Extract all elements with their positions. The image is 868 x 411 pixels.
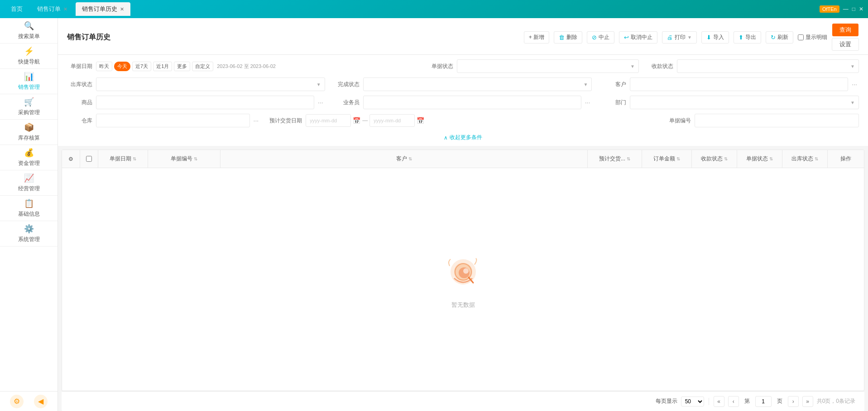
empty-state: 暂无数据 xyxy=(62,168,864,391)
query-button[interactable]: 查询 xyxy=(832,24,858,36)
page-first-btn[interactable]: « xyxy=(714,396,724,407)
delete-button[interactable]: 🗑 删除 xyxy=(554,31,582,44)
th-number[interactable]: 单据编号 ⇅ xyxy=(148,150,221,168)
bill-status-select[interactable]: ▼ xyxy=(457,59,639,73)
select-all-checkbox[interactable] xyxy=(86,156,92,162)
sidebar-item-business-label: 经营管理 xyxy=(18,185,40,193)
page-prev-btn[interactable]: ‹ xyxy=(728,396,739,407)
th-bill-status[interactable]: 单据状态 ⇅ xyxy=(737,150,782,168)
department-label: 部门 xyxy=(601,99,626,106)
close-window-btn[interactable]: ✕ xyxy=(859,6,863,12)
ship-status-arrow-icon: ▼ xyxy=(317,82,321,87)
page-last-btn[interactable]: » xyxy=(802,396,813,407)
th-pay-status[interactable]: 收款状态 ⇅ xyxy=(692,150,737,168)
purchase-icon: 🛒 xyxy=(24,97,34,107)
show-detail-toggle[interactable]: 显示明细 xyxy=(798,34,827,41)
page-label: 页 xyxy=(777,397,782,405)
customer-dots[interactable]: ··· xyxy=(850,81,859,88)
tab-sales-order[interactable]: 销售订单 ✕ xyxy=(31,2,74,16)
sort-amount-icon: ⇅ xyxy=(676,156,680,161)
sidebar-item-sales[interactable]: 📊 销售管理 xyxy=(0,69,58,94)
th-customer[interactable]: 客户 ⇅ xyxy=(221,150,588,168)
expected-date-from[interactable]: yyyy-mm-dd xyxy=(306,114,351,127)
maximize-btn[interactable]: □ xyxy=(852,6,855,12)
main-layout: 🔍 搜索菜单 ⚡ 快捷导航 📊 销售管理 🛒 采购管理 📦 库存核算 💰 资金管… xyxy=(0,18,868,411)
department-select[interactable]: ▼ xyxy=(630,96,859,109)
page-next-btn[interactable]: › xyxy=(788,396,799,407)
print-arrow-icon: ▼ xyxy=(687,35,692,40)
date-btn-1month[interactable]: 近1月 xyxy=(153,62,172,71)
date-btn-7days[interactable]: 近7天 xyxy=(132,62,151,71)
sort-number-icon: ⇅ xyxy=(194,156,197,161)
print-button[interactable]: 🖨 打印 ▼ xyxy=(662,31,697,44)
cancel-stop-button[interactable]: ↩ 取消中止 xyxy=(619,31,657,44)
th-date-label: 单据日期 xyxy=(110,155,131,163)
th-pay-status-label: 收款状态 xyxy=(701,155,723,163)
sidebar-item-system[interactable]: ⚙️ 系统管理 xyxy=(0,221,58,247)
import-button-label: 导入 xyxy=(713,34,724,41)
th-ship-status[interactable]: 出库状态 ⇅ xyxy=(782,150,828,168)
tab-home[interactable]: 首页 xyxy=(5,2,29,16)
th-checkbox[interactable] xyxy=(80,150,98,168)
import-button[interactable]: ⬇ 导入 xyxy=(701,31,729,44)
complete-status-select[interactable]: ▼ xyxy=(363,77,592,91)
th-settings[interactable]: ⚙ xyxy=(62,150,80,168)
sidebar-item-finance[interactable]: 💰 资金管理 xyxy=(0,145,58,170)
th-date[interactable]: 单据日期 ⇅ xyxy=(98,150,148,168)
stop-button-label: 中止 xyxy=(599,34,609,41)
bill-status-arrow-icon: ▼ xyxy=(630,64,635,69)
expected-date-to[interactable]: yyyy-mm-dd xyxy=(369,114,415,127)
show-detail-checkbox-input[interactable] xyxy=(798,34,804,40)
sidebar-item-inventory-label: 库存核算 xyxy=(18,134,40,142)
th-amount[interactable]: 订单金额 ⇅ xyxy=(642,150,692,168)
cal-to-icon[interactable]: 📅 xyxy=(417,117,424,124)
export-button[interactable]: ⬆ 导出 xyxy=(734,31,761,44)
date-btn-today[interactable]: 今天 xyxy=(114,62,130,71)
filter-date: 单据日期 昨天 今天 近7天 近1月 更多 自定义 2023-06-02 至 2… xyxy=(67,62,419,71)
page-size-select[interactable]: 20 50 100 xyxy=(681,396,704,406)
ship-status-select[interactable]: ▼ xyxy=(96,77,325,91)
salesperson-dots[interactable]: ··· xyxy=(583,99,592,106)
tab-sales-order-history[interactable]: 销售订单历史 ✕ xyxy=(76,2,130,16)
sidebar-item-quicknav[interactable]: ⚡ 快捷导航 xyxy=(0,44,58,69)
bill-number-label: 单据编号 xyxy=(666,117,691,125)
tab-sales-order-history-close[interactable]: ✕ xyxy=(120,6,124,12)
expected-date-label: 预计交货日期 xyxy=(269,117,302,125)
new-button[interactable]: + 新增 xyxy=(524,31,549,44)
cancel-stop-icon: ↩ xyxy=(624,34,629,41)
refresh-button[interactable]: ↻ 刷新 xyxy=(766,31,793,44)
date-quick-btns: 昨天 今天 近7天 近1月 更多 自定义 xyxy=(96,62,213,71)
sidebar-settings-btn[interactable]: ⚙ xyxy=(10,395,24,408)
sidebar-collapse-btn[interactable]: ◀ xyxy=(34,395,48,408)
prev-icon: ‹ xyxy=(733,398,734,405)
sidebar-item-business[interactable]: 📈 经营管理 xyxy=(0,170,58,196)
minimize-btn[interactable]: — xyxy=(843,6,849,12)
cal-from-icon[interactable]: 📅 xyxy=(353,117,360,124)
sidebar-item-inventory[interactable]: 📦 库存核算 xyxy=(0,120,58,145)
th-delivery-label: 预计交货... xyxy=(599,155,625,163)
setting-button[interactable]: 设置 xyxy=(832,38,859,51)
date-btn-custom[interactable]: 自定义 xyxy=(192,62,213,71)
show-detail-label: 显示明细 xyxy=(806,34,827,41)
collapse-row[interactable]: ∧ 收起更多条件 xyxy=(67,132,859,143)
sidebar-item-sales-label: 销售管理 xyxy=(18,83,40,91)
product-dots[interactable]: ··· xyxy=(316,99,325,106)
sidebar-item-purchase[interactable]: 🛒 采购管理 xyxy=(0,94,58,120)
collapse-label: 收起更多条件 xyxy=(450,134,482,141)
warehouse-control: ··· xyxy=(96,114,260,127)
tab-sales-order-close[interactable]: ✕ xyxy=(63,6,67,12)
stop-button[interactable]: ⊘ 中止 xyxy=(587,31,614,44)
th-action: 操作 xyxy=(828,150,864,168)
page-number-input[interactable] xyxy=(755,396,772,407)
date-btn-more[interactable]: 更多 xyxy=(174,62,190,71)
sort-delivery-icon: ⇅ xyxy=(627,156,630,161)
filter-department: 部门 ▼ xyxy=(601,96,859,109)
sidebar-item-search[interactable]: 🔍 搜索菜单 xyxy=(0,18,58,44)
warehouse-dots[interactable]: ··· xyxy=(252,117,261,124)
date-btn-yesterday[interactable]: 昨天 xyxy=(96,62,112,71)
th-delivery[interactable]: 预计交货... ⇅ xyxy=(588,150,642,168)
filter-area: 单据日期 昨天 今天 近7天 近1月 更多 自定义 2023-06-02 至 2… xyxy=(58,55,868,146)
sidebar-item-basic[interactable]: 📋 基础信息 xyxy=(0,196,58,221)
payment-status-select[interactable]: ▼ xyxy=(677,59,859,73)
print-button-label: 打印 xyxy=(675,34,686,41)
